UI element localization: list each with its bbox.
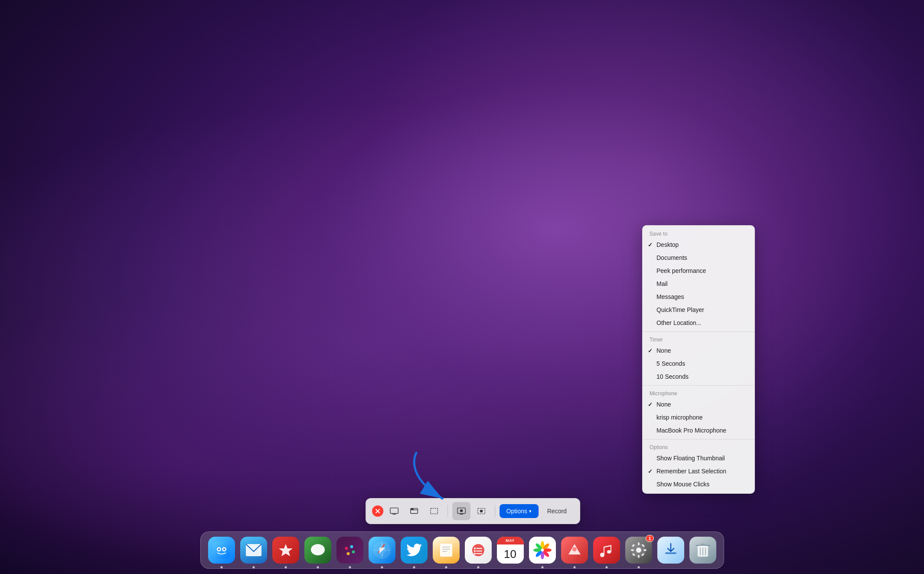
svg-rect-17 [213, 541, 230, 559]
slack-icon [342, 542, 358, 558]
svg-rect-60 [638, 542, 640, 545]
record-selection-button[interactable] [472, 502, 490, 520]
dock-dot-finder [220, 566, 222, 568]
menu-item-timer-10s[interactable]: 10 Seconds [643, 370, 754, 383]
menu-item-peek-performance[interactable]: Peek performance [643, 264, 754, 277]
calendar-month: MAY [506, 538, 515, 543]
dock-dot-notes [445, 566, 447, 568]
notes-icon [438, 542, 454, 558]
dock-item-slack[interactable] [335, 535, 365, 565]
options-dropdown-menu: Save to Desktop Documents Peek performan… [642, 225, 755, 494]
svg-rect-71 [701, 544, 705, 546]
dock-item-messages[interactable] [303, 535, 333, 565]
dock-item-spark[interactable] [271, 535, 300, 565]
pixelmator-icon [567, 542, 582, 558]
dock-item-pixelmator[interactable] [560, 535, 589, 565]
svg-point-15 [480, 510, 482, 512]
svg-point-29 [350, 545, 353, 548]
capture-entire-screen-button[interactable] [385, 502, 403, 520]
capture-selection-button[interactable] [425, 502, 443, 520]
menu-item-macbook-mic[interactable]: MacBook Pro Microphone [643, 424, 754, 437]
capture-window-button[interactable] [405, 502, 423, 520]
svg-point-59 [636, 548, 641, 553]
dock-item-reminders[interactable] [464, 535, 493, 565]
close-button[interactable] [372, 505, 383, 517]
menu-item-other-location[interactable]: Other Location... [643, 316, 754, 329]
menu-item-floating-thumbnail[interactable]: Show Floating Thumbnail [643, 452, 754, 465]
desktop-overlay [0, 0, 924, 574]
svg-point-45 [474, 550, 476, 552]
svg-rect-62 [631, 549, 634, 551]
menu-item-remember-selection[interactable]: Remember Last Selection [643, 465, 754, 478]
svg-rect-38 [440, 544, 452, 557]
menu-item-messages[interactable]: Messages [643, 290, 754, 303]
dock-dot-slack [349, 566, 351, 568]
dock-item-sysprefs[interactable]: 1 [624, 535, 653, 565]
menu-item-desktop[interactable]: Desktop [643, 238, 754, 251]
menu-separator-2 [643, 385, 754, 386]
reminders-icon [470, 542, 486, 558]
svg-rect-30 [345, 547, 348, 548]
dock-item-photos[interactable] [528, 535, 557, 565]
dock-item-calendar[interactable]: MAY 10 [496, 535, 525, 565]
spark-icon [278, 542, 294, 558]
menu-item-show-mouse-clicks[interactable]: Show Mouse Clicks [643, 478, 754, 491]
messages-icon [310, 542, 326, 558]
trash-icon [696, 542, 710, 558]
svg-point-43 [474, 548, 476, 549]
close-icon [375, 508, 380, 514]
dock-dot-spark [284, 566, 287, 568]
dock-dot-sysprefs [637, 566, 640, 568]
capture-window-icon [409, 506, 419, 516]
svg-marker-23 [279, 544, 293, 556]
sysprefs-badge: 1 [646, 535, 653, 542]
dock-dot-music [605, 566, 607, 568]
svg-point-7 [411, 509, 412, 510]
record-screen-button[interactable] [452, 502, 470, 520]
menu-item-mail[interactable]: Mail [643, 277, 754, 290]
svg-point-8 [412, 509, 413, 510]
menu-separator-1 [643, 331, 754, 332]
menu-item-quicktime[interactable]: QuickTime Player [643, 303, 754, 316]
dock-dot-mail [252, 566, 255, 568]
screenshot-toolbar: Options ▾ Record [366, 498, 580, 524]
dock-item-safari[interactable] [367, 535, 397, 565]
safari-icon [372, 541, 392, 560]
photos-icon [533, 541, 552, 560]
dock-item-notes[interactable] [431, 535, 461, 565]
record-button[interactable]: Record [540, 504, 574, 518]
svg-rect-63 [643, 549, 646, 551]
menu-item-mic-none[interactable]: None [643, 398, 754, 411]
menu-item-timer-none[interactable]: None [643, 344, 754, 357]
menu-separator-3 [643, 439, 754, 440]
svg-point-47 [474, 553, 476, 554]
dock-dot-messages [317, 566, 319, 568]
svg-point-28 [346, 552, 349, 555]
dock-item-twitter[interactable] [399, 535, 429, 565]
downloads-icon [663, 542, 678, 558]
svg-point-21 [223, 548, 225, 550]
menu-item-timer-5s[interactable]: 5 Seconds [643, 357, 754, 370]
twitter-icon [406, 544, 422, 557]
svg-point-20 [218, 548, 220, 550]
calendar-date: 10 [504, 548, 516, 561]
dock-item-music[interactable] [592, 535, 621, 565]
svg-rect-9 [430, 508, 438, 514]
menu-item-krisp[interactable]: krisp microphone [643, 411, 754, 424]
entire-screen-icon [389, 506, 399, 516]
dock-item-trash[interactable] [688, 535, 718, 565]
chevron-down-icon: ▾ [529, 508, 532, 514]
dock-item-mail[interactable] [239, 535, 268, 565]
finder-icon [213, 541, 230, 559]
options-button[interactable]: Options ▾ [500, 504, 539, 518]
toolbar-divider-2 [495, 505, 495, 517]
dock-item-finder[interactable] [207, 535, 236, 565]
dock-dot-twitter [413, 566, 415, 568]
mail-icon [246, 544, 261, 556]
svg-rect-68 [665, 552, 676, 554]
dock-item-downloads[interactable] [656, 535, 686, 565]
record-selection-icon [477, 506, 486, 516]
menu-item-documents[interactable]: Documents [643, 251, 754, 264]
svg-rect-31 [352, 552, 355, 553]
dock-dot-pixelmator [573, 566, 575, 568]
